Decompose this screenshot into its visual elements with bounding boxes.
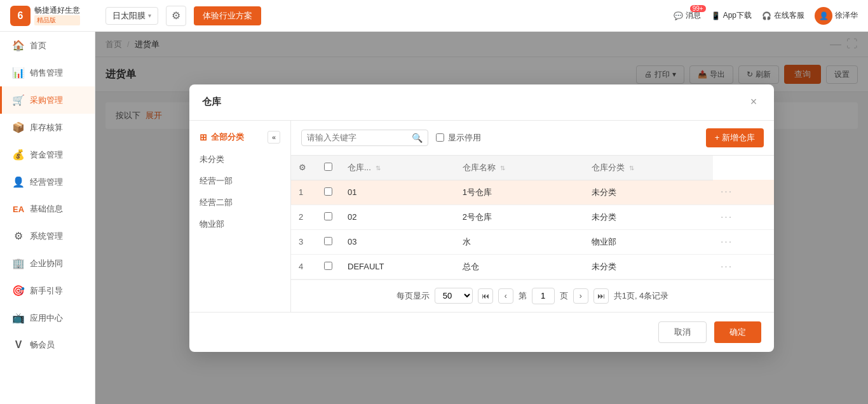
row-category-1: 未分类	[584, 180, 713, 205]
row-category-3: 物业部	[584, 229, 713, 254]
messages-btn[interactable]: 💬 99+ 消息	[674, 10, 701, 21]
sidebar-item-enterprise[interactable]: 🏢 企业协同	[0, 250, 95, 277]
home-icon: 🏠	[12, 39, 25, 51]
sidebar-item-home[interactable]: 🏠 首页	[0, 32, 95, 59]
inventory-icon: 📦	[12, 121, 25, 133]
sidebar-label-membership: 畅会员	[30, 339, 55, 351]
table-row[interactable]: 4 DEFAULT 总仓 未分类 ···	[291, 254, 774, 279]
message-icon: 💬	[674, 11, 683, 20]
online-service-label: 在线客服	[774, 10, 804, 21]
row-num-3: 3	[291, 229, 316, 254]
sidebar-item-app-center[interactable]: 📺 应用中心	[0, 304, 95, 332]
search-input[interactable]	[307, 133, 408, 142]
data-table: ⚙ 仓库... ⇅	[291, 156, 774, 279]
col-category: 仓库分类 ⇅	[584, 156, 713, 180]
main-content: 首页 / 进货单 — ⛶ 进货单 🖨 打印 ▾ 📤 导出	[95, 32, 868, 404]
sidebar-label-app-center: 应用中心	[30, 313, 63, 324]
sidebar-label-guide: 新手引导	[30, 285, 63, 297]
category-item-operations1[interactable]: 经营一部	[189, 170, 290, 192]
app-download-btn[interactable]: 📱 App下载	[711, 10, 752, 21]
row-cb-2[interactable]	[316, 205, 340, 229]
row-num-1: 1	[291, 180, 316, 205]
row-cb-1[interactable]	[316, 180, 340, 205]
row-more-1[interactable]: ···	[713, 180, 774, 205]
last-page-btn[interactable]: ⏭	[593, 288, 609, 304]
sidebar-item-basic-info[interactable]: EA 基础信息	[0, 196, 95, 222]
select-all-checkbox[interactable]	[324, 163, 332, 171]
online-service-btn[interactable]: 🎧 在线客服	[762, 10, 804, 21]
user-profile-btn[interactable]: 👤 徐泽华	[815, 7, 858, 25]
row-checkbox-1[interactable]	[324, 187, 332, 196]
search-icon[interactable]: 🔍	[412, 133, 423, 143]
sort-icon-category[interactable]: ⇅	[629, 165, 634, 172]
main-layout: 🏠 首页 📊 销售管理 🛒 采购管理 📦 库存核算 💰 资金管理 👤 经营管理 …	[0, 32, 868, 404]
row-name-4: 总仓	[455, 254, 584, 279]
settings-icon-btn[interactable]: ⚙	[166, 6, 186, 26]
company-select[interactable]: 日太阳膜 ▾	[105, 7, 158, 25]
page-input[interactable]	[532, 288, 555, 304]
sidebar-item-inventory[interactable]: 📦 库存核算	[0, 114, 95, 141]
row-num-2: 2	[291, 205, 316, 229]
col-name: 仓库名称 ⇅	[455, 156, 584, 180]
table-area: 🔍 显示停用 + 新增仓库	[291, 121, 774, 312]
dialog-footer: 取消 确定	[189, 312, 774, 352]
sidebar-item-membership[interactable]: V 畅会员	[0, 332, 95, 358]
show-disabled-checkbox[interactable]	[436, 133, 444, 142]
dialog-close-btn[interactable]: ×	[746, 95, 761, 110]
sidebar-item-operations[interactable]: 👤 经营管理	[0, 168, 95, 196]
table-row[interactable]: 1 01 1号仓库 未分类 ···	[291, 180, 774, 205]
row-checkbox-4[interactable]	[324, 262, 332, 270]
sidebar-label-purchase: 采购管理	[30, 95, 63, 106]
sidebar-item-finance[interactable]: 💰 资金管理	[0, 141, 95, 168]
membership-icon: V	[12, 339, 25, 351]
search-box[interactable]: 🔍	[301, 130, 428, 146]
sort-icon-name[interactable]: ⇅	[500, 165, 505, 172]
user-avatar-icon: 👤	[819, 11, 829, 20]
purchase-icon: 🛒	[12, 94, 25, 106]
col-gear: ⚙	[291, 156, 316, 180]
prev-page-btn[interactable]: ‹	[498, 288, 513, 304]
row-more-2[interactable]: ···	[713, 205, 774, 229]
table-toolbar: 🔍 显示停用 + 新增仓库	[291, 121, 774, 156]
company-name: 日太阳膜	[112, 10, 146, 22]
row-checkbox-3[interactable]	[324, 237, 332, 245]
app-download-label: App下载	[723, 10, 752, 21]
add-warehouse-btn[interactable]: + 新增仓库	[706, 128, 764, 147]
basic-info-icon: EA	[12, 205, 25, 214]
sidebar-item-sales[interactable]: 📊 销售管理	[0, 59, 95, 86]
row-cb-3[interactable]	[316, 229, 340, 254]
sidebar-item-system[interactable]: ⚙ 系统管理	[0, 222, 95, 250]
logo-text-area: 畅捷通好生意 精品版	[34, 6, 80, 26]
sidebar-label-finance: 资金管理	[30, 149, 63, 161]
user-name: 徐泽华	[835, 10, 858, 21]
all-categories-item[interactable]: ⊞ 全部分类 «	[189, 126, 290, 149]
page-size-select[interactable]: 50 10 20 100	[435, 288, 473, 304]
sidebar-item-guide[interactable]: 🎯 新手引导	[0, 277, 95, 304]
page-info: 共1页, 4条记录	[614, 290, 669, 302]
next-page-btn[interactable]: ›	[573, 288, 588, 304]
row-cb-4[interactable]	[316, 254, 340, 279]
table-body: 1 01 1号仓库 未分类 ··· 2	[291, 180, 774, 279]
collapse-categories-btn[interactable]: «	[268, 131, 280, 144]
row-more-3[interactable]: ···	[713, 229, 774, 254]
category-item-property[interactable]: 物业部	[189, 213, 290, 235]
table-row[interactable]: 3 03 水 物业部 ···	[291, 229, 774, 254]
category-item-operations2[interactable]: 经营二部	[189, 192, 290, 213]
finance-icon: 💰	[12, 149, 25, 161]
gear-icon: ⚙	[172, 10, 180, 22]
show-disabled-label[interactable]: 显示停用	[436, 132, 481, 144]
col-checkbox	[316, 156, 340, 180]
cancel-btn[interactable]: 取消	[658, 321, 707, 343]
first-page-btn[interactable]: ⏮	[478, 288, 493, 304]
category-item-unclassified[interactable]: 未分类	[189, 149, 290, 170]
trial-button[interactable]: 体验行业方案	[194, 6, 261, 25]
confirm-btn[interactable]: 确定	[714, 321, 761, 343]
table-header-row: ⚙ 仓库... ⇅	[291, 156, 774, 180]
table-row[interactable]: 2 02 2号仓库 未分类 ···	[291, 205, 774, 229]
row-more-4[interactable]: ···	[713, 254, 774, 279]
sidebar-item-purchase[interactable]: 🛒 采购管理	[0, 86, 95, 114]
all-categories-label: 全部分类	[211, 131, 244, 143]
sort-icon-code[interactable]: ⇅	[376, 165, 381, 172]
top-header: 6 畅捷通好生意 精品版 日太阳膜 ▾ ⚙ 体验行业方案 💬 99+ 消息 📱 …	[0, 0, 868, 32]
row-checkbox-2[interactable]	[324, 212, 332, 220]
